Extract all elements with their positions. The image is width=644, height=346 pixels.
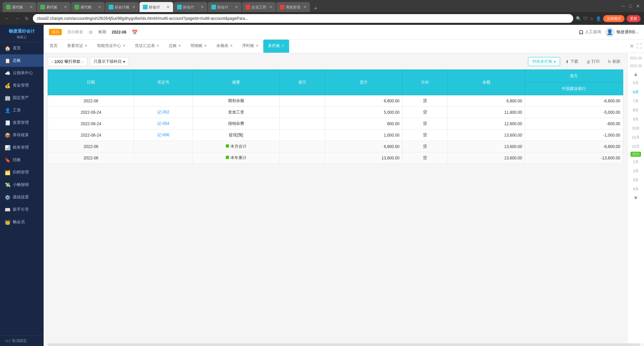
tab-close-1[interactable]: ✕	[30, 5, 33, 9]
timeline-month-8[interactable]: 8月	[628, 106, 644, 115]
horizontal-scrollbar[interactable]	[48, 343, 640, 346]
sidebar-item-member[interactable]: 👑 畅会员	[0, 216, 44, 228]
timeline-month-6[interactable]: 6月	[628, 88, 644, 97]
nav-tab-balance[interactable]: 余额表 ✕	[212, 40, 237, 53]
nav-tab-multi[interactable]: 多栏账 ✕	[263, 40, 289, 53]
filter-button[interactable]: 只显示下级科目 ▾	[90, 57, 129, 66]
tab-1[interactable]: 易代账 ✕	[3, 2, 36, 12]
refresh-button[interactable]: ↻ 刷新	[605, 57, 623, 66]
sidebar-item-invoice[interactable]: 🧾 发票管理	[0, 116, 44, 129]
sidebar-item-settings[interactable]: ⚙️ 基础设置	[0, 191, 44, 203]
timeline-month-11[interactable]: 11月	[628, 133, 644, 142]
nav-tab-smart[interactable]: 智能凭证中心 ✕	[92, 40, 130, 53]
back-button[interactable]: ←	[3, 15, 11, 22]
calendar-icon[interactable]: 📅	[132, 30, 138, 35]
sidebar-item-tax[interactable]: 📊 税务管理	[0, 141, 44, 154]
tab-5[interactable]: 好会计 ✕	[140, 2, 173, 12]
nav-tab-smart-close[interactable]: ✕	[122, 44, 125, 48]
tab-close-5[interactable]: ✕	[166, 5, 170, 9]
tab-close-8[interactable]: ✕	[269, 5, 272, 9]
sidebar-item-close[interactable]: 🔖 结账	[0, 154, 44, 166]
sidebar-item-ledger[interactable]: 📋 总账	[0, 54, 44, 67]
shield-icon[interactable]: 🛡	[583, 16, 588, 21]
consult-button[interactable]: 🎧 人工咨询	[579, 29, 601, 35]
tab-close-9[interactable]: ✕	[303, 5, 307, 9]
voucher-link[interactable]: 记-006	[157, 133, 169, 137]
timeline-month-1[interactable]: 1月	[628, 157, 644, 166]
timeline-month-10[interactable]: 10月	[628, 124, 644, 133]
tab-7[interactable]: 好会计 ✕	[208, 2, 241, 12]
close-button[interactable]: ✕	[635, 3, 641, 9]
tab-close-3[interactable]: ✕	[98, 5, 101, 9]
timeline-month-9[interactable]: 9月	[628, 115, 644, 124]
voucher-link[interactable]: 记-002	[157, 110, 169, 114]
nav-tab-detail-close[interactable]: ✕	[204, 44, 207, 48]
forward-button[interactable]: →	[13, 15, 21, 22]
sidebar-item-assets[interactable]: 🏢 固定资产	[0, 92, 44, 104]
minimize-button[interactable]: ─	[621, 3, 627, 9]
timeline-down-button[interactable]: ▼	[632, 194, 640, 202]
sidebar-item-home[interactable]: 🏠 首页	[0, 42, 44, 54]
nav-tab-general[interactable]: 总账 ✕	[164, 40, 186, 53]
tab-2[interactable]: 易代账 ✕	[37, 2, 70, 12]
sidebar-item-finance[interactable]: 💰 资金管理	[0, 79, 44, 92]
reload-button[interactable]: ↻	[23, 15, 30, 22]
tab-6[interactable]: 好会计 ✕	[174, 2, 207, 12]
maximize-button[interactable]: □	[628, 3, 633, 9]
sidebar-footer[interactable]: ◁◁ 取消固定	[0, 335, 44, 346]
tab-close-2[interactable]: ✕	[64, 5, 67, 9]
new-tab-button[interactable]: ＋	[311, 4, 321, 12]
tab-close-6[interactable]: ✕	[201, 5, 204, 9]
tab-3[interactable]: 易代账 ✕	[71, 2, 105, 12]
sidebar-item-expense[interactable]: 💸 小畅报销	[0, 179, 44, 191]
print-button[interactable]: 🖨 打印	[584, 57, 602, 66]
nav-tab-journal[interactable]: 序时账 ✕	[237, 40, 263, 53]
tab-8[interactable]: 企业工作 ✕	[242, 2, 276, 12]
url-bar[interactable]: cloud2.chanjet.com/accounting/uh26t264j5…	[33, 14, 573, 23]
nav-tab-voucher[interactable]: 查看凭证 ✕	[62, 40, 92, 53]
download-button[interactable]: ⬇ 下载	[563, 57, 581, 66]
settings-gear-icon[interactable]: ⚙	[89, 30, 93, 35]
incognito-button[interactable]: 无痕模式	[603, 15, 625, 22]
sidebar-item-archive[interactable]: 🗂️ 归档管理	[0, 166, 44, 179]
voucher-link[interactable]: 记-004	[157, 121, 169, 126]
tab-close-4[interactable]: ✕	[132, 5, 136, 9]
multi-col-button[interactable]: 特殊多栏账 ▾	[528, 57, 560, 66]
nav-tab-general-close[interactable]: ✕	[178, 44, 181, 48]
sidebar-item-inventory[interactable]: 📦 库存核算	[0, 129, 44, 141]
star-icon[interactable]: ☆	[590, 16, 594, 21]
timeline-month-5[interactable]: 5月	[628, 79, 644, 88]
nav-tab-summary-close[interactable]: ✕	[156, 44, 159, 48]
next-account-button[interactable]: ›	[82, 59, 84, 64]
nav-tab-summary[interactable]: 凭证汇总表 ✕	[130, 40, 164, 53]
sidebar-item-payroll[interactable]: 👤 工资	[0, 104, 44, 116]
headset-icon: 🎧	[579, 30, 584, 35]
tab-9[interactable]: 用友好业 ✕	[276, 2, 310, 12]
cell-balance: 13,600.00	[447, 141, 525, 152]
prev-account-button[interactable]: ‹	[51, 59, 53, 64]
expand-panel-button[interactable]: ⛶	[636, 43, 643, 50]
sidebar-item-guide[interactable]: 📖 新手引导	[0, 203, 44, 216]
nav-tab-voucher-close[interactable]: ✕	[85, 44, 88, 48]
nav-tab-balance-close[interactable]: ✕	[230, 44, 233, 48]
timeline-month-12[interactable]: 12月	[628, 142, 644, 151]
collapse-panel-button[interactable]: ✕	[629, 42, 635, 50]
user-info[interactable]: 👤 畅捷通B组...	[605, 28, 639, 37]
demo-label: 演示账套	[67, 29, 83, 35]
nav-tab-detail[interactable]: 明细账 ✕	[186, 40, 212, 53]
cell-debit	[280, 118, 325, 130]
timeline-month-4[interactable]: 4月	[628, 185, 644, 194]
update-button[interactable]: 更新	[627, 15, 641, 22]
timeline-month-2[interactable]: 2月	[628, 166, 644, 176]
nav-tab-multi-close[interactable]: ✕	[281, 44, 284, 48]
timeline-up-button[interactable]: ▲	[632, 70, 640, 79]
nav-tab-home[interactable]: 首页	[45, 40, 62, 53]
profile-icon[interactable]: 👤	[596, 16, 601, 21]
timeline-month-7[interactable]: 7月	[628, 97, 644, 106]
nav-tab-journal-close[interactable]: ✕	[256, 44, 259, 48]
timeline-month-3[interactable]: 3月	[628, 176, 644, 185]
search-icon[interactable]: 🔍	[576, 16, 581, 21]
tab-4[interactable]: 好会计账 ✕	[105, 2, 139, 12]
sidebar-item-cloud[interactable]: ☁️ 云报表中心	[0, 67, 44, 79]
tab-close-7[interactable]: ✕	[235, 5, 238, 9]
